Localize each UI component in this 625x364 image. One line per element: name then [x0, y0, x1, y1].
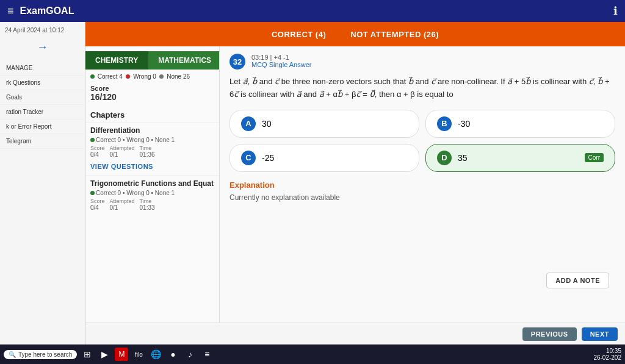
chapter-score-details-2: Score 0/4 Attempted 0/1 Time 01:33 [90, 198, 214, 211]
chapter-section-trig: Trigonometric Functions and Equat Correc… [85, 175, 219, 217]
sidebar-arrow[interactable]: → [0, 36, 85, 59]
view-questions-btn-1[interactable]: VIEW QUESTIONS [90, 162, 153, 171]
ch1-score: 0/4 [90, 151, 99, 158]
taskbar-spotify-icon[interactable]: ● [166, 348, 179, 361]
none-stat: None 26 [167, 73, 190, 80]
tab-chemistry[interactable]: CHEMISTRY [85, 51, 148, 70]
chapter-stats: Correct 0 • Wrong 0 • None 1 [90, 137, 214, 143]
option-label-b: B [437, 116, 452, 131]
ch2-time: 01:33 [140, 204, 155, 211]
wrong-stat: Wrong 0 [133, 73, 156, 80]
chapter-section-differentiation: Differentiation Correct 0 • Wrong 0 • No… [85, 122, 219, 175]
chapter-name-2: Trigonometric Functions and Equat [90, 179, 214, 188]
taskbar-browser-icon[interactable]: M [115, 348, 128, 361]
option-label-c: C [241, 151, 256, 165]
sidebar-nav: MANAGE rk Questions Goals ration Tracker… [0, 59, 85, 151]
info-icon[interactable]: ℹ [613, 4, 618, 18]
content-wrapper: CHEMISTRY MATHEMATICS Correct 4 Wrong 0 … [85, 46, 625, 344]
sidebar-item-tracker[interactable]: ration Tracker [0, 105, 85, 120]
correct-stat: Correct 4 [98, 73, 123, 80]
right-panel-inner: 32 03:19 | +4 -1 MCQ Single Answer Let a… [229, 54, 615, 337]
sidebar-item-questions[interactable]: rk Questions [0, 76, 85, 90]
sidebar-date: 24 April 2024 at 10:12 [0, 22, 85, 36]
taskbar: 🔍 Type here to search ⊞ ▶ M filo 🌐 ● ♪ ≡… [0, 344, 625, 364]
option-c[interactable]: C -25 [229, 144, 419, 172]
tabs-row: CHEMISTRY MATHEMATICS [85, 51, 219, 70]
taskbar-menu-icon[interactable]: ≡ [200, 348, 214, 361]
taskbar-media-icon[interactable]: ▶ [98, 348, 111, 361]
chapter-name: Differentiation [90, 126, 214, 135]
option-label-a: A [241, 116, 256, 131]
taskbar-clock: 10:35 26-02-202 [593, 348, 621, 361]
sidebar-item-manage[interactable]: MANAGE [0, 61, 85, 76]
chapters-panel: CHEMISTRY MATHEMATICS Correct 4 Wrong 0 … [85, 46, 220, 344]
wrong-dot [126, 74, 130, 79]
chapter-score-details: Score 0/4 Attempted 0/1 Time 01:36 [90, 145, 214, 158]
taskbar-time: 10:35 [593, 348, 621, 354]
none-dot [159, 74, 164, 79]
taskbar-search[interactable]: 🔍 Type here to search [4, 350, 77, 359]
search-icon: 🔍 [9, 351, 16, 358]
question-header: 32 03:19 | +4 -1 MCQ Single Answer [229, 54, 615, 70]
option-a[interactable]: A 30 [229, 110, 419, 138]
ch2-score: 0/4 [90, 204, 99, 211]
question-timer: 03:19 | +4 -1 [251, 54, 311, 61]
taskbar-date: 26-02-202 [593, 354, 621, 361]
main-content: CORRECT (4) NOT ATTEMPTED (26) CHEMISTRY… [85, 22, 625, 344]
ch2-attempted: 0/1 [110, 204, 118, 211]
app-title: ExamGOAL [20, 5, 74, 16]
ch1-time: 01:36 [140, 151, 155, 158]
correct-dot [90, 74, 95, 79]
chapters-title: Chapters [85, 105, 219, 122]
not-attempted-count: NOT ATTEMPTED (26) [350, 30, 439, 39]
question-number: 32 [229, 54, 245, 70]
question-type: MCQ Single Answer [251, 61, 311, 68]
sidebar-item-goals[interactable]: Goals [0, 90, 85, 105]
chapter-stats-2: Correct 0 • Wrong 0 • None 1 [90, 190, 214, 196]
score-value: 16/120 [85, 92, 219, 105]
explanation-text: Currently no explanation available [229, 193, 615, 202]
score-bar: CORRECT (4) NOT ATTEMPTED (26) [85, 22, 625, 46]
taskbar-music-icon[interactable]: ♪ [183, 348, 197, 361]
add-note-button[interactable]: ADD A NOTE [546, 273, 609, 288]
correct-count: CORRECT (4) [272, 30, 326, 39]
taskbar-filo-icon[interactable]: filo [132, 348, 145, 361]
correct-badge: Corr [585, 153, 604, 162]
option-b[interactable]: B -30 [425, 110, 615, 138]
sidebar-item-telegram[interactable]: Telegram [0, 134, 85, 149]
question-text: Let a⃗, b⃗ and c⃗ be three non-zero vect… [229, 76, 615, 101]
top-bar: ≡ ExamGOAL ℹ [0, 0, 625, 22]
explanation-title: Explanation [229, 180, 615, 190]
taskbar-chrome-icon[interactable]: 🌐 [149, 348, 162, 361]
sidebar: 24 April 2024 at 10:12 → MANAGE rk Quest… [0, 22, 85, 344]
option-d[interactable]: D 35 Corr [425, 144, 615, 172]
option-text-c: -25 [262, 153, 274, 163]
bottom-nav: PREVIOUS NEXT [85, 323, 625, 344]
score-label: Score [85, 84, 219, 92]
option-text-d: 35 [458, 153, 468, 163]
taskbar-windows-icon[interactable]: ⊞ [81, 348, 94, 361]
ch1-attempted: 0/1 [110, 151, 118, 158]
question-panel: 32 03:19 | +4 -1 MCQ Single Answer Let a… [220, 46, 625, 344]
search-text: Type here to search [18, 351, 72, 358]
tab-mathematics[interactable]: MATHEMATICS [148, 51, 220, 70]
hamburger-icon[interactable]: ≡ [7, 5, 14, 18]
options-grid: A 30 B -30 C -25 D 35 Corr [229, 110, 615, 172]
sidebar-item-error[interactable]: k or Error Report [0, 120, 85, 134]
option-label-d: D [437, 151, 452, 165]
stats-row: Correct 4 Wrong 0 None 26 [85, 70, 219, 84]
option-text-a: 30 [262, 119, 272, 129]
option-text-b: -30 [458, 119, 470, 129]
previous-button[interactable]: PREVIOUS [522, 327, 577, 341]
next-button[interactable]: NEXT [582, 327, 618, 341]
